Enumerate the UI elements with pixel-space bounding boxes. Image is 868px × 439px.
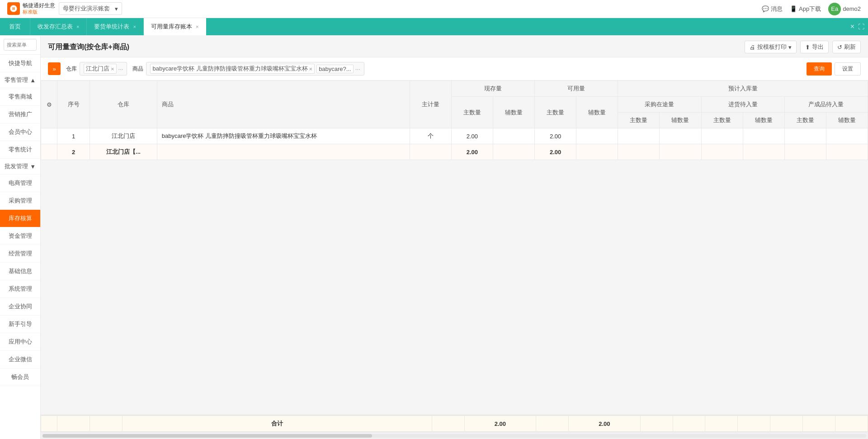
sidebar-item-retail-stats[interactable]: 零售统计 xyxy=(0,141,40,159)
tab-home-label: 首页 xyxy=(9,23,21,31)
horizontal-scrollbar[interactable] xyxy=(41,432,868,439)
product-tag-2-text: babycare?... xyxy=(319,66,351,72)
sidebar-item-label: 资金管理 xyxy=(9,232,32,240)
th-avail-aux: 辅数量 xyxy=(576,97,618,128)
nav-spacer xyxy=(206,18,846,35)
export-btn[interactable]: ⬆ 导出 xyxy=(800,41,829,53)
query-btn[interactable]: 查询 xyxy=(807,62,832,76)
app-download-btn[interactable]: 📱 App下载 xyxy=(790,5,821,13)
sidebar-item-ecommerce[interactable]: 电商管理 xyxy=(0,175,40,192)
chevron-up-icon: ▲ xyxy=(30,77,36,84)
th-forecast-in: 预计入库量 xyxy=(618,81,868,97)
cell-current-aux xyxy=(493,144,534,160)
sidebar-item-member[interactable]: 会员中心 xyxy=(0,123,40,141)
sidebar-item-enterprise[interactable]: 企业协同 xyxy=(0,298,40,316)
scrollbar-thumb[interactable] xyxy=(42,434,372,438)
th-incoming-main: 主数量 xyxy=(701,113,743,128)
cell-finished-main xyxy=(784,128,826,144)
tab-orders[interactable]: 要货单统计表 × xyxy=(87,18,143,35)
message-btn[interactable]: 💬 消息 xyxy=(762,5,783,13)
user-avatar-btn[interactable]: Ea demo2 xyxy=(828,3,861,15)
sidebar-item-marketing[interactable]: 营销推广 xyxy=(0,106,40,123)
sidebar-item-finance[interactable]: 资金管理 xyxy=(0,227,40,245)
product-filter-dots[interactable]: ··· xyxy=(355,66,360,72)
product-filter-value[interactable]: babycare学饮杯 儿童防摔防撞吸管杯重力球吸嘴杯宝宝水杯 × babyca… xyxy=(146,62,364,76)
th-gear[interactable]: ⚙ xyxy=(41,81,57,128)
sidebar-item-label: 会员中心 xyxy=(9,128,32,136)
tab-home[interactable]: 首页 xyxy=(0,18,30,35)
tab-orders-close[interactable]: × xyxy=(133,24,136,29)
export-label: 导出 xyxy=(812,43,824,51)
product-tag-1-remove[interactable]: × xyxy=(309,66,313,72)
warehouse-tag: 江北门店 × xyxy=(84,64,117,74)
sidebar-item-vip[interactable]: 畅会员 xyxy=(0,368,40,386)
sidebar-item-operations[interactable]: 经营管理 xyxy=(0,245,40,263)
sidebar-item-inventory[interactable]: 库存核算 xyxy=(0,210,40,227)
cell-avail-aux xyxy=(576,128,618,144)
cell-warehouse: 江北门店【... xyxy=(90,144,157,160)
industry-label: 母婴行业演示账套 xyxy=(63,5,110,13)
footer-no xyxy=(57,416,90,432)
sidebar-item-label: 采购管理 xyxy=(9,197,32,205)
th-main-unit: 主计量 xyxy=(410,81,451,128)
printer-icon: 🖨 xyxy=(750,44,755,51)
industry-select[interactable]: 母婴行业演示账套 ▾ xyxy=(59,2,122,15)
footer-table: 合计 2.00 2.00 xyxy=(41,415,868,432)
sidebar-item-basic[interactable]: 基础信息 xyxy=(0,263,40,280)
print-label: 按模板打印 xyxy=(757,43,787,51)
top-bar-left: 畅捷通好生意 标准版 母婴行业演示账套 ▾ xyxy=(7,2,122,15)
cell-purchase-main xyxy=(618,144,660,160)
print-btn[interactable]: 🖨 按模板打印 ▾ xyxy=(745,41,797,53)
sidebar-item-label: 企业协同 xyxy=(9,302,32,311)
product-filter-label: 商品 xyxy=(132,65,143,73)
scrollbar-track xyxy=(42,434,866,438)
th-purchase-main: 主数量 xyxy=(618,113,660,128)
sidebar-item-system[interactable]: 系统管理 xyxy=(0,280,40,298)
footer-avail-main: 2.00 xyxy=(569,416,641,432)
expand-btn[interactable]: ⛶ xyxy=(858,23,864,30)
sidebar-item-wholesale[interactable]: 批发管理 ▼ xyxy=(0,159,40,175)
warehouse-filter-value[interactable]: 江北门店 × ··· xyxy=(80,62,127,76)
product-tag-1-text: babycare学饮杯 儿童防摔防撞吸管杯重力球吸嘴杯宝宝水杯 xyxy=(152,65,307,73)
sidebar-item-label: 零售管理 xyxy=(5,76,28,84)
cell-gear xyxy=(41,144,57,160)
sidebar-item-guide[interactable]: 新手引导 xyxy=(0,316,40,333)
product-tag-2: babycare?... xyxy=(316,65,354,73)
tab-receipts[interactable]: 收发存汇总表 × xyxy=(30,18,87,35)
page-title: 可用量查询(按仓库+商品) xyxy=(48,42,129,52)
chevron-down-icon: ▾ xyxy=(115,5,118,12)
th-finished: 产成品待入量 xyxy=(784,97,868,113)
tab-available-label: 可用量库存账本 xyxy=(151,23,192,31)
cell-avail-aux xyxy=(576,144,618,160)
sidebar-item-retail-mgmt[interactable]: 零售管理 ▲ xyxy=(0,72,40,88)
tab-available-close[interactable]: × xyxy=(196,24,198,29)
search-input[interactable] xyxy=(4,39,37,51)
warehouse-tag-remove[interactable]: × xyxy=(111,66,114,72)
cell-purchase-main xyxy=(618,128,660,144)
footer-incoming-aux xyxy=(770,416,803,432)
footer-current-aux xyxy=(536,416,569,432)
th-warehouse: 仓库 xyxy=(90,81,157,128)
tab-available[interactable]: 可用量库存账本 × xyxy=(144,18,206,35)
table-row: 1 江北门店 babycare学饮杯 儿童防摔防撞吸管杯重力球吸嘴杯宝宝水杯 个… xyxy=(41,128,868,144)
phone-icon: 📱 xyxy=(790,5,797,12)
sidebar-item-quick-nav[interactable]: 快捷导航 xyxy=(0,55,40,72)
sidebar-item-label: 基础信息 xyxy=(9,267,32,275)
footer-avail-aux xyxy=(640,416,673,432)
sidebar-item-apps[interactable]: 应用中心 xyxy=(0,333,40,351)
filter-dots[interactable]: ··· xyxy=(118,66,123,72)
tab-receipts-close[interactable]: × xyxy=(76,24,79,29)
footer-current-main: 2.00 xyxy=(464,416,536,432)
sidebar-item-label: 系统管理 xyxy=(9,285,32,293)
sidebar-item-purchase[interactable]: 采购管理 xyxy=(0,192,40,210)
product-filter-group: 商品 babycare学饮杯 儿童防摔防撞吸管杯重力球吸嘴杯宝宝水杯 × bab… xyxy=(132,62,364,76)
sidebar-item-wecom[interactable]: 企业微信 xyxy=(0,351,40,368)
sidebar-item-label: 应用中心 xyxy=(9,338,32,346)
sidebar-item-retail-store[interactable]: 零售商城 xyxy=(0,88,40,106)
page-header: 可用量查询(按仓库+商品) 🖨 按模板打印 ▾ ⬆ 导出 ↺ 刷新 xyxy=(41,35,868,57)
top-bar: 畅捷通好生意 标准版 母婴行业演示账套 ▾ 💬 消息 📱 App下载 Ea de… xyxy=(0,0,868,18)
close-all-tabs-btn[interactable]: × xyxy=(850,23,854,31)
filter-expand-btn[interactable]: » xyxy=(48,62,61,75)
settings-btn[interactable]: 设置 xyxy=(835,62,861,76)
refresh-btn[interactable]: ↺ 刷新 xyxy=(832,41,861,53)
